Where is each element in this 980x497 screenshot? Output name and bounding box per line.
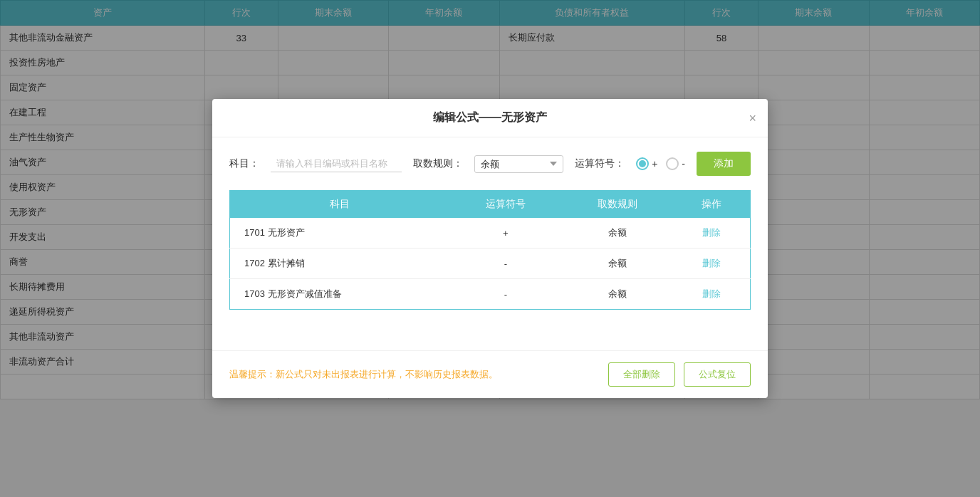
formula-rule-cell: 余额 <box>561 218 673 248</box>
footer-hint: 温馨提示：新公式只对未出报表进行计算，不影响历史报表数据。 <box>229 368 498 381</box>
delete-link[interactable]: 删除 <box>702 227 721 238</box>
operator-plus-label: + <box>652 158 657 169</box>
delete-all-button[interactable]: 全部删除 <box>608 362 675 387</box>
table-row: 1703 无形资产减值准备 - 余额 删除 <box>230 279 751 310</box>
delete-link[interactable]: 删除 <box>702 288 721 299</box>
formula-operator-cell: + <box>449 218 561 248</box>
table-row: 1702 累计摊销 - 余额 删除 <box>230 248 751 279</box>
operator-minus-radio[interactable]: - <box>666 157 685 170</box>
modal-close-button[interactable]: × <box>749 112 756 125</box>
operator-label: 运算符号： <box>575 157 625 170</box>
delete-link[interactable]: 删除 <box>702 258 721 268</box>
formula-action-cell: 删除 <box>673 218 750 248</box>
radio-circle-plus <box>636 157 649 170</box>
operator-radio-group: + - <box>636 157 685 170</box>
formula-table: 科目 运算符号 取数规则 操作 1701 无形资产 + 余额 删除 1702 累… <box>229 190 751 310</box>
th-operator: 运算符号 <box>449 191 561 219</box>
th-rule: 取数规则 <box>561 191 673 219</box>
th-subject: 科目 <box>230 191 450 219</box>
formula-operator-cell: - <box>449 279 561 310</box>
modal-body: 科目： 取数规则： 余额 借方发生额 贷方发生额 借方累计发生额 贷方累计发生额… <box>212 137 768 350</box>
formula-subject-cell: 1702 累计摊销 <box>230 248 450 279</box>
formula-action-cell: 删除 <box>673 279 750 310</box>
formula-rule-cell: 余额 <box>561 248 673 279</box>
footer-button-group: 全部删除 公式复位 <box>608 362 751 387</box>
formula-action-cell: 删除 <box>673 248 750 279</box>
formula-table-body: 1701 无形资产 + 余额 删除 1702 累计摊销 - 余额 删除 1703… <box>230 218 751 310</box>
edit-formula-modal: 编辑公式——无形资产 × 科目： 取数规则： 余额 借方发生额 贷方发生额 借方… <box>212 99 768 398</box>
radio-circle-minus <box>666 157 679 170</box>
reset-formula-button[interactable]: 公式复位 <box>684 362 751 387</box>
table-row: 1701 无形资产 + 余额 删除 <box>230 218 751 248</box>
th-action: 操作 <box>673 191 750 219</box>
rule-select[interactable]: 余额 借方发生额 贷方发生额 借方累计发生额 贷方累计发生额 <box>474 155 563 173</box>
formula-subject-cell: 1701 无形资产 <box>230 218 450 248</box>
formula-table-head: 科目 运算符号 取数规则 操作 <box>230 191 751 219</box>
formula-subject-cell: 1703 无形资产减值准备 <box>230 279 450 310</box>
add-button[interactable]: 添加 <box>697 152 751 176</box>
modal-footer: 温馨提示：新公式只对未出报表进行计算，不影响历史报表数据。 全部删除 公式复位 <box>212 350 768 398</box>
modal-title: 编辑公式——无形资产 <box>433 111 547 123</box>
formula-operator-cell: - <box>449 248 561 279</box>
operator-plus-radio[interactable]: + <box>636 157 657 170</box>
subject-label: 科目： <box>229 157 259 170</box>
subject-input[interactable] <box>271 155 402 172</box>
rule-label: 取数规则： <box>413 157 463 170</box>
formula-rule-cell: 余额 <box>561 279 673 310</box>
modal-overlay: 编辑公式——无形资产 × 科目： 取数规则： 余额 借方发生额 贷方发生额 借方… <box>0 0 980 497</box>
modal-header: 编辑公式——无形资产 × <box>212 99 768 137</box>
operator-minus-label: - <box>682 158 685 169</box>
formula-form-row: 科目： 取数规则： 余额 借方发生额 贷方发生额 借方累计发生额 贷方累计发生额… <box>229 152 751 176</box>
